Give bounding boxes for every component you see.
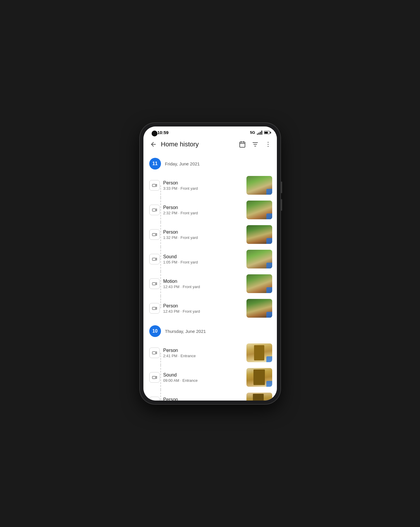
timeline-line bbox=[160, 390, 161, 401]
date-label-10: Thursday, June 2021 bbox=[165, 329, 206, 334]
item-thumbnail-item-6[interactable] bbox=[246, 299, 272, 318]
list-item-item-9[interactable]: Person09:00 AM · Entrance bbox=[149, 390, 277, 401]
item-thumbnail-item-9[interactable] bbox=[246, 393, 272, 401]
signal-bars bbox=[257, 131, 262, 135]
status-bar: 10:59 5G bbox=[143, 126, 277, 137]
item-text-item-4: Sound1:05 PM · Front yard bbox=[163, 254, 243, 265]
list-item-item-2[interactable]: Person2:32 PM · Front yard bbox=[149, 198, 277, 222]
item-text-item-7: Person2:41 PM · Entrance bbox=[163, 348, 243, 358]
camera-icon-item-3 bbox=[149, 229, 160, 240]
timeline-line bbox=[160, 353, 161, 365]
date-circle-11[interactable]: 11 bbox=[149, 158, 161, 170]
item-text-item-2: Person2:32 PM · Front yard bbox=[163, 205, 243, 215]
list-item-item-3[interactable]: Person1:32 PM · Front yard bbox=[149, 222, 277, 247]
item-detail-item-5: 12:43 PM · Front yard bbox=[163, 285, 243, 289]
signal-label: 5G bbox=[250, 130, 255, 135]
list-item-item-1[interactable]: Person3:33 PM · Front yard bbox=[149, 173, 277, 198]
svg-point-9 bbox=[268, 146, 268, 147]
item-type-item-8: Sound bbox=[163, 372, 243, 378]
item-type-item-2: Person bbox=[163, 205, 243, 211]
item-detail-item-2: 2:32 PM · Front yard bbox=[163, 211, 243, 215]
list-item-item-8[interactable]: Sound09:00 AM · Entrance bbox=[149, 365, 277, 390]
timeline-line bbox=[160, 271, 161, 296]
item-text-item-8: Sound09:00 AM · Entrance bbox=[163, 372, 243, 383]
timeline-line bbox=[160, 198, 161, 222]
timeline-line bbox=[160, 247, 161, 271]
item-type-item-3: Person bbox=[163, 229, 243, 235]
svg-rect-15 bbox=[152, 307, 155, 309]
item-detail-item-1: 3:33 PM · Front yard bbox=[163, 186, 243, 191]
item-text-item-1: Person3:33 PM · Front yard bbox=[163, 180, 243, 191]
list-item-item-4[interactable]: Sound1:05 PM · Front yard bbox=[149, 247, 277, 271]
item-thumbnail-item-1[interactable] bbox=[246, 176, 272, 195]
battery-icon bbox=[264, 131, 271, 134]
back-button[interactable] bbox=[148, 139, 159, 150]
item-thumbnail-item-8[interactable] bbox=[246, 368, 272, 387]
item-type-item-1: Person bbox=[163, 180, 243, 186]
svg-point-7 bbox=[268, 142, 268, 143]
camera-icon-item-9 bbox=[149, 397, 160, 401]
svg-rect-16 bbox=[152, 352, 155, 354]
date-label-11: Friday, June 2021 bbox=[165, 161, 200, 166]
item-thumbnail-item-2[interactable] bbox=[246, 201, 272, 219]
date-group-11: 11Friday, June 2021 Person3:33 PM · Fron… bbox=[143, 155, 277, 321]
page-title: Home history bbox=[161, 141, 238, 148]
svg-point-8 bbox=[268, 144, 268, 145]
item-type-item-7: Person bbox=[163, 348, 243, 354]
timeline-line bbox=[160, 365, 161, 390]
item-text-item-5: Motion12:43 PM · Front yard bbox=[163, 278, 243, 289]
item-detail-item-7: 2:41 PM · Entrance bbox=[163, 354, 243, 358]
item-text-item-9: Person09:00 AM · Entrance bbox=[163, 397, 243, 401]
calendar-icon[interactable] bbox=[238, 140, 246, 148]
item-detail-item-6: 12:43 PM · Front yard bbox=[163, 309, 243, 314]
camera-icon-item-5 bbox=[149, 278, 160, 289]
camera-icon-item-8 bbox=[149, 372, 160, 383]
item-text-item-6: Person12:43 PM · Front yard bbox=[163, 303, 243, 314]
status-icons: 5G bbox=[250, 130, 271, 135]
item-detail-item-4: 1:05 PM · Front yard bbox=[163, 260, 243, 264]
date-group-10: 10Thursday, June 2021 Person2:41 PM · En… bbox=[143, 323, 277, 401]
svg-rect-17 bbox=[152, 376, 155, 379]
item-type-item-9: Person bbox=[163, 397, 243, 401]
date-circle-10[interactable]: 10 bbox=[149, 325, 161, 337]
timeline-line bbox=[160, 185, 161, 198]
camera-icon-item-6 bbox=[149, 303, 160, 314]
filter-icon[interactable] bbox=[251, 140, 259, 148]
camera-icon-item-2 bbox=[149, 205, 160, 215]
status-time: 10:59 bbox=[157, 130, 169, 135]
item-thumbnail-item-3[interactable] bbox=[246, 225, 272, 244]
item-text-item-3: Person1:32 PM · Front yard bbox=[163, 229, 243, 240]
history-list[interactable]: 11Friday, June 2021 Person3:33 PM · Fron… bbox=[143, 153, 277, 401]
item-type-item-4: Sound bbox=[163, 254, 243, 260]
item-detail-item-3: 1:32 PM · Front yard bbox=[163, 235, 243, 240]
item-detail-item-8: 09:00 AM · Entrance bbox=[163, 378, 243, 383]
phone-screen: 10:59 5G bbox=[143, 126, 277, 401]
timeline-line bbox=[160, 296, 161, 308]
svg-rect-10 bbox=[152, 184, 155, 186]
timeline-line bbox=[160, 222, 161, 247]
list-item-item-6[interactable]: Person12:43 PM · Front yard bbox=[149, 296, 277, 321]
item-thumbnail-item-4[interactable] bbox=[246, 250, 272, 268]
item-thumbnail-item-5[interactable] bbox=[246, 274, 272, 293]
phone-frame: 10:59 5G bbox=[140, 123, 280, 404]
list-item-item-5[interactable]: Motion12:43 PM · Front yard bbox=[149, 271, 277, 296]
svg-rect-14 bbox=[152, 283, 155, 285]
item-thumbnail-item-7[interactable] bbox=[246, 343, 272, 362]
svg-rect-12 bbox=[152, 233, 155, 236]
svg-rect-0 bbox=[240, 142, 245, 147]
camera-hole bbox=[152, 131, 157, 136]
volume-button-1[interactable] bbox=[281, 182, 282, 193]
date-header-11: 11Friday, June 2021 bbox=[143, 155, 277, 173]
camera-icon-item-4 bbox=[149, 254, 160, 264]
camera-icon-item-7 bbox=[149, 348, 160, 358]
top-nav: Home history bbox=[143, 137, 277, 153]
item-type-item-6: Person bbox=[163, 303, 243, 309]
item-type-item-5: Motion bbox=[163, 278, 243, 285]
list-item-item-7[interactable]: Person2:41 PM · Entrance bbox=[149, 341, 277, 365]
svg-rect-11 bbox=[152, 209, 155, 211]
date-header-10: 10Thursday, June 2021 bbox=[143, 323, 277, 341]
volume-button-2[interactable] bbox=[281, 199, 282, 211]
more-icon[interactable] bbox=[264, 140, 272, 148]
svg-rect-13 bbox=[152, 258, 155, 260]
camera-icon-item-1 bbox=[149, 180, 160, 191]
